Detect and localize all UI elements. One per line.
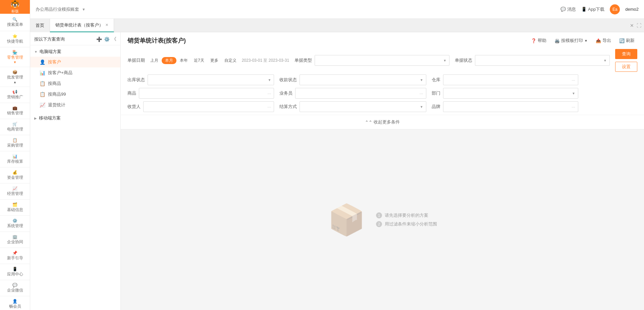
sidebar-item-basic[interactable]: 🗂️ 基础信息 [0,200,30,216]
sidebar-search[interactable]: 🔍 搜索菜单 [0,14,30,31]
sidebar-item-appcenter[interactable]: 📱 应用中心 [0,264,30,280]
refresh-btn[interactable]: 🔄 刷新 [616,36,637,45]
scheme-item-by-customer[interactable]: 👤 按客户 [30,57,120,67]
workspace-selector[interactable]: 办公用品行业模拟账套 ▼ [36,6,86,12]
sidebar-item-operations[interactable]: 📈 经营管理 [0,184,30,200]
mobile-group-header[interactable]: ▶ 移动端方案 [30,113,120,123]
date-btn-more[interactable]: 更多 [208,57,221,64]
scheme-item-return-stats[interactable]: 📈 退货统计 [30,100,120,110]
refresh-icon: 🔄 [619,38,625,43]
message-btn[interactable]: 💬 消息 [560,6,576,12]
by-customer-icon: 👤 [40,59,45,65]
sidebar-item-purchase[interactable]: 📋 采购管理 [0,135,30,151]
scheme-panel-title: 按以下方案查询 [34,36,65,42]
quicknav-label: 快捷导航 [7,39,23,44]
tab-close-btn[interactable]: ✕ [105,23,108,27]
sidebar-item-member[interactable]: 👤 畅会员 [0,296,30,310]
sidebar-item-enterprise[interactable]: 🏢 企业协同 [0,232,30,248]
print-arrow: ▼ [584,39,588,43]
sidebar-item-ecommerce[interactable]: 🛒 电商管理 [0,119,30,135]
goods-filter: 商品 ··· [127,88,274,99]
close-window-icon[interactable]: ✕ [630,23,634,28]
brand-select[interactable]: ··· [443,101,578,112]
sidebar-item-sales[interactable]: 💼 销售管理 [0,103,30,119]
sidebar-item-quicknav[interactable]: ⭐ 快捷导航 [0,31,30,47]
out-status-select[interactable]: ▼ [148,74,274,85]
by-customer-goods-label: 按客户+商品 [48,70,72,76]
user-avatar[interactable]: Ea [610,4,620,14]
hint-text-2: 用过滤条件来缩小分析范围 [385,221,437,227]
empty-illustration: 📦 [328,202,365,238]
page-title-area: 销货单统计表(按客户) [127,37,186,45]
consignee-select[interactable]: ··· [143,101,274,112]
sidebar-item-marketing[interactable]: 📢 营销推广 [0,87,30,103]
doc-status-select[interactable]: ▼ [475,55,610,66]
doc-type-label: 单据类型 [294,57,312,63]
doc-type-select[interactable]: ▼ [315,55,449,66]
scheme-panel-icons: ➕ ⚙️ 《 [96,36,116,42]
template-print-btn[interactable]: 🖨️ 按模板打印 ▼ [552,36,590,45]
sidebar-item-wholesale[interactable]: 📦 批发管理 ▲ [0,67,30,87]
date-btn-last-month[interactable]: 上月 [148,57,161,64]
warehouse-label: 仓库 [432,77,440,83]
member-icon: 👤 [12,299,17,304]
goods-select[interactable]: ··· [139,88,274,99]
warehouse-select[interactable]: ··· [443,74,578,85]
sidebar-item-inventory[interactable]: 📊 库存核算 [0,151,30,167]
scheme-item-by-goods[interactable]: 📋 按商品 [30,78,120,89]
salesperson-filter: 业务员 ··· [279,88,426,99]
by-goods-icon: 📋 [40,81,45,86]
appcenter-icon: 📱 [12,267,17,271]
payment-status-filter: 收款状态 ▼ [279,74,426,85]
purchase-label: 采购管理 [7,143,23,148]
payment-status-select[interactable]: ▼ [300,74,426,85]
department-select[interactable]: ▼ [443,88,578,99]
settlement-filter: 结算方式 ▼ [279,101,426,112]
sidebar-item-newguide[interactable]: 📌 新手引导 [0,248,30,264]
collapse-row: ⌃⌃ 收起更多条件 [121,115,644,129]
export-btn[interactable]: 📤 导出 [593,36,614,45]
help-btn[interactable]: ❓ 帮助 [528,36,549,45]
out-status-label: 出库状态 [127,77,145,83]
settings-button[interactable]: 设置 [615,62,637,72]
logo[interactable]: 🐯 标版 [0,0,30,14]
tabbar: 首页 销货单统计表（按客户） ✕ ✕ ⛶ [30,19,644,32]
ecommerce-icon: 🛒 [12,122,17,126]
message-label: 消息 [567,6,576,12]
sidebar-item-weixin[interactable]: 💬 企业微信 [0,280,30,296]
date-btn-7days[interactable]: 近7天 [191,57,207,64]
collapse-scheme-icon[interactable]: 《 [112,36,116,42]
inventory-icon: 📊 [12,154,17,159]
tab-home[interactable]: 首页 [30,19,50,32]
empty-hints: 1 请先选择要分析的方案 2 用过滤条件来缩小分析范围 [376,212,437,227]
collapse-btn[interactable]: ⌃⌃ 收起更多条件 [360,118,405,126]
maximize-window-icon[interactable]: ⛶ [637,23,641,28]
brand-label: 品牌 [432,104,440,110]
settlement-arrow: ▼ [420,105,423,109]
by-goods-label: 按商品 [48,81,61,87]
topbar: 办公用品行业模拟账套 ▼ 💬 消息 📱 App下载 Ea demo2 [30,0,644,19]
topbar-right: 💬 消息 📱 App下载 Ea demo2 [560,4,639,14]
query-button[interactable]: 查询 [615,49,637,59]
date-btn-this-year[interactable]: 本年 [177,57,191,64]
sales-stats-tab-label: 销货单统计表（按客户） [55,22,103,28]
inventory-label: 库存核算 [7,159,23,164]
settings-scheme-icon[interactable]: ⚙️ [104,37,110,42]
date-btn-custom[interactable]: 自定义 [222,57,239,64]
salesperson-select[interactable]: ··· [295,88,426,99]
scheme-item-by-goods-99[interactable]: 📋 按商品99 [30,89,120,100]
sidebar-item-retail[interactable]: 🏪 零售管理 ▼ [0,47,30,67]
tab-sales-stats[interactable]: 销货单统计表（按客户） ✕ [50,19,114,32]
mobile-scheme-group: ▶ 移动端方案 [30,112,120,124]
scheme-item-by-customer-goods[interactable]: 📊 按客户+商品 [30,67,120,78]
date-btn-this-month[interactable]: 本月 [162,57,176,64]
add-scheme-icon[interactable]: ➕ [96,37,102,42]
sidebar-item-finance[interactable]: 💰 资金管理 [0,167,30,184]
brand-filter: 品牌 ··· [432,101,578,112]
content-area: 按以下方案查询 ➕ ⚙️ 《 ▼ 电脑端方案 👤 按客户 📊 [30,32,644,310]
app-download-btn[interactable]: 📱 App下载 [581,6,604,12]
date-range-text: 2023-03-01 至 2023-03-31 [242,58,289,63]
sidebar-item-system[interactable]: ⚙️ 系统管理 [0,216,30,232]
desktop-group-header[interactable]: ▼ 电脑端方案 [30,47,120,57]
settlement-select[interactable]: ▼ [300,101,426,112]
